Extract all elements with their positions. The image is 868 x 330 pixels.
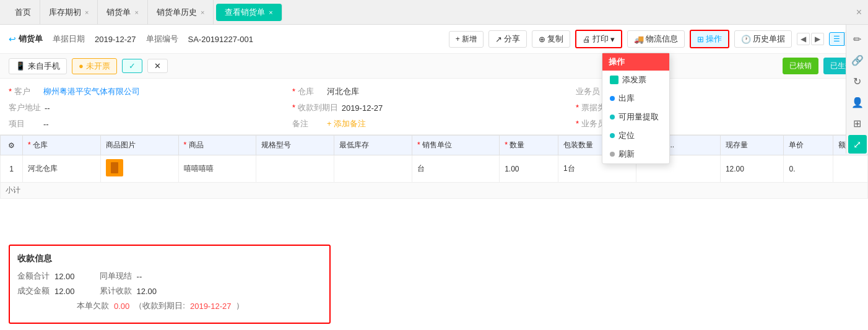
product-image (106, 159, 123, 176)
tab-sales[interactable]: 销货单 × (98, 0, 147, 24)
next-arrow[interactable]: ▶ (811, 33, 824, 45)
form-row-1: 客户 柳州粤港平安气体有限公司 仓库 河北仓库 业务员 演示账号 (9, 86, 859, 97)
form-row-3: 项目 -- 备注 + 添加备注 业务员孟 -- (9, 118, 859, 129)
tab-home[interactable]: 首页 (6, 0, 40, 24)
total-amount: 金额合计 12.00 (17, 271, 75, 282)
add-invoice-icon (610, 76, 618, 84)
table-header-row: ⚙ 仓库 商品图片 商品 规格型号 最低库存 销售单位 数量 包装数量 可用量 … (1, 136, 868, 155)
table-icon[interactable]: ⊞ (848, 114, 867, 132)
link-icon[interactable]: 🔗 (848, 51, 867, 69)
refresh-icon (610, 152, 615, 157)
grid-icon: ⊞ (697, 35, 704, 44)
row-product: 嘻嘻嘻嘻 (178, 155, 256, 183)
operations-dropdown: 操作 添发票 出库 可用量提取 定位 刷新 (602, 53, 670, 164)
col-current-stock: 现存量 (720, 136, 784, 155)
logistics-icon: 🚚 (634, 35, 644, 44)
row-sales-unit: 台 (412, 155, 499, 183)
check-icon: ✓ (129, 61, 136, 71)
prev-arrow[interactable]: ◀ (797, 33, 810, 45)
cumulative-label: 累计收款 (100, 285, 132, 297)
edit-icon[interactable]: ✏ (848, 30, 867, 48)
address-value: -- (45, 103, 50, 113)
not-open-btn[interactable]: ● 未开票 (72, 58, 117, 74)
window-close-btn[interactable]: × (856, 7, 862, 18)
row-current-stock: 12.00 (720, 155, 784, 183)
project-group: 项目 -- (9, 118, 292, 129)
nav-arrows: ◀ ▶ (797, 33, 824, 45)
print-highlight-box: 🖨 打印 ▾ (575, 30, 622, 48)
row-spec (256, 155, 334, 183)
info-row-1: 金额合计 12.00 同单现结 -- (17, 271, 322, 282)
copy-button[interactable]: ⊕ 复制 (532, 30, 570, 48)
col-min-stock: 最低库存 (334, 136, 412, 155)
available-qty-icon (610, 115, 615, 119)
row-unit-price: 0. (784, 155, 833, 183)
new-button[interactable]: + 新增 (449, 31, 484, 48)
table-area: ⚙ 仓库 商品图片 商品 规格型号 最低库存 销售单位 数量 包装数量 可用量 … (0, 134, 868, 238)
dot-icon: ● (79, 61, 84, 71)
history-button[interactable]: 🕐 历史单据 (734, 30, 792, 48)
due-date-group: 收款到期日 2019-12-27 (292, 102, 576, 113)
total-label: 金额合计 (17, 271, 50, 282)
print-button[interactable]: 🖨 打印 ▾ (576, 31, 621, 47)
number-label: 单据编号 (146, 33, 178, 45)
row-amount (833, 155, 867, 183)
from-phone-btn[interactable]: 📱 来自手机 (9, 58, 67, 74)
share-icon: ↗ (495, 35, 502, 44)
row-quantity: 1.00 (500, 155, 558, 183)
same-order: 同单现结 -- (100, 271, 142, 282)
outbound-icon (610, 96, 615, 101)
warehouse-value: 河北仓库 (327, 86, 359, 97)
remark-add[interactable]: + 添加备注 (327, 118, 366, 129)
warehouse-label: 仓库 (292, 86, 323, 97)
col-warehouse: 仓库 (23, 136, 101, 155)
expand-icon[interactable]: ⤢ (848, 135, 867, 154)
tab-sales-history-close[interactable]: × (201, 9, 204, 16)
due-date-label: 收款到期日 (292, 102, 338, 113)
due-note: （收款到期日: (134, 300, 185, 311)
tab-sales-close[interactable]: × (134, 9, 138, 16)
customer-value[interactable]: 柳州粤港平安气体有限公司 (43, 86, 140, 97)
doc-header: ↩ 销货单 单据日期 2019-12-27 单据编号 SA-20191227-0… (0, 25, 868, 54)
menu-outbound[interactable]: 出库 (602, 89, 669, 108)
doc-type: ↩ 销货单 (9, 33, 43, 45)
tab-view-sales[interactable]: 查看销货单 × (216, 4, 282, 21)
table-row: 1 河北仓库 嘻嘻嘻嘻 台 1.00 1台 12.00 0. (1, 155, 868, 183)
menu-available-qty[interactable]: 可用量提取 (602, 108, 669, 126)
main-content: ↩ 销货单 单据日期 2019-12-27 单据编号 SA-20191227-0… (0, 25, 868, 330)
cancel-btn[interactable]: ✕ (147, 59, 168, 73)
form-row-2: 客户地址 -- 收款到期日 2019-12-27 票据类型 不开票 (9, 102, 859, 113)
row-min-stock (334, 155, 412, 183)
second-toolbar: 📱 来自手机 ● 未开票 ✓ ✕ 已核销 已生效 (0, 54, 868, 79)
x-icon: ✕ (154, 61, 161, 71)
row-warehouse: 河北仓库 (23, 155, 101, 183)
operations-button[interactable]: ⊞ 操作 (690, 30, 729, 48)
payment-info-box: 收款信息 金额合计 12.00 同单现结 -- 成交金额 12.00 累计收款 … (9, 245, 331, 324)
warehouse-group: 仓库 河北仓库 (292, 86, 576, 97)
date-label: 单据日期 (53, 33, 85, 45)
share-button[interactable]: ↗ 分享 (488, 30, 527, 48)
payment-info-title: 收款信息 (17, 253, 322, 264)
col-settings[interactable]: ⚙ (1, 136, 23, 155)
outstanding-value: 0.00 (114, 302, 129, 311)
phone-icon: 📱 (15, 61, 25, 71)
menu-add-invoice[interactable]: 添发票 (602, 71, 669, 89)
date-value: 2019-12-27 (95, 35, 136, 44)
col-spec: 规格型号 (256, 136, 334, 155)
tab-inventory-close[interactable]: × (85, 9, 89, 16)
tab-view-sales-close[interactable]: × (269, 9, 272, 16)
project-label: 项目 (9, 118, 40, 129)
tab-sales-history[interactable]: 销货单历史 × (148, 0, 214, 24)
voided-btn[interactable]: 已核销 (783, 58, 818, 74)
confirm-btn[interactable]: ✓ (122, 59, 142, 73)
menu-locate[interactable]: 定位 (602, 126, 669, 145)
list-view-btn[interactable]: ☰ (829, 32, 844, 46)
history-icon: 🕐 (741, 35, 751, 44)
refresh-sidebar-icon[interactable]: ↻ (848, 72, 867, 90)
same-order-value: -- (137, 272, 142, 281)
user-icon[interactable]: 👤 (848, 93, 867, 111)
cumulative-value: 12.00 (137, 287, 157, 296)
logistics-button[interactable]: 🚚 物流信息 (627, 30, 685, 48)
tab-inventory[interactable]: 库存期初 × (40, 0, 98, 24)
menu-refresh[interactable]: 刷新 (602, 145, 669, 163)
